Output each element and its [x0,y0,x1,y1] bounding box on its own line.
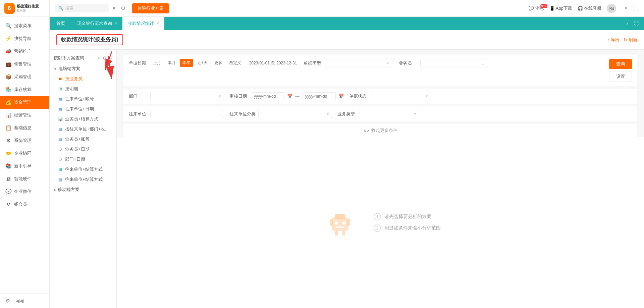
date-tab-more[interactable]: 更多 [212,59,225,67]
svg-rect-7 [335,231,338,236]
panel-add-button[interactable]: + [97,55,100,61]
biztype-select[interactable]: ▾ [359,110,419,118]
partner-settlement1-icon: ⊞ [58,167,63,172]
tree-node-dept-date[interactable]: ⏱ 部门+日期 [50,154,116,164]
panel-actions: + ⚙ « [97,55,112,61]
query-button[interactable]: 查询 [609,59,632,69]
page-actions: ↑ 导出 ↻ 刷新 [607,37,638,43]
topbar-dropdown[interactable]: ▾ [113,5,115,11]
docstatus-label: 单据状态 [349,93,368,99]
tree-node-salesperson-account[interactable]: ▦ 业务员+账号 [50,134,116,144]
expand-tab-icon[interactable]: ⛶ [634,21,639,26]
tab-close-receivable[interactable]: × [157,21,159,26]
doctype-label: 单据类型 [304,60,322,66]
window-close-icon[interactable]: × [624,5,628,12]
date-tab-thismonth[interactable]: 本月 [165,59,178,67]
tree-section-mobile[interactable]: ▶ 移动端方案 [50,185,116,195]
sidebar-item-quicknav[interactable]: ⚡ 快捷导航 [0,32,49,45]
sidebar-item-guide[interactable]: 📚 新手引导 [0,160,49,172]
panel-collapse-button[interactable]: « [110,55,112,61]
online-service-area[interactable]: 🎧 在线客服 [578,5,602,11]
date-tabs: 上月 本月 本年 近7天 更多 自定义 [150,59,244,67]
tree-node-partner-settlement2[interactable]: ▦ 往来单位+结算方式 [50,174,116,185]
empty-step-1: 1 请先选择要分析的方案 [374,213,441,220]
review-date-from-input[interactable] [251,92,284,100]
tree-node-partner-date[interactable]: ▦ 往来单位+日期 [50,104,116,114]
hardware-icon: 🖥 [5,176,11,182]
date-tab-7days[interactable]: 近7天 [195,59,210,67]
sidebar-item-basic[interactable]: 📋 基础信息 [0,121,49,134]
set-button[interactable]: 设置 [609,71,632,82]
page-title-box: 收款情况统计(按业务员) [56,34,123,45]
topbar-search[interactable]: 🔍 搜索 [55,4,109,12]
message-icon: 💬 [529,6,534,11]
topbar-gear-icon[interactable]: ⚙ [121,5,125,11]
partner-select[interactable]: … [150,110,224,118]
sidebar-item-hardware[interactable]: 🖥 智能硬件 [0,172,49,185]
sidebar-item-vip[interactable]: V 畅会员 [0,198,49,211]
partner-settlement2-icon: ▦ [58,177,63,182]
sidebar-item-system[interactable]: ⚙ 系统管理 [0,134,49,147]
logo-text: 畅捷通好生意 标准版 [17,4,39,13]
topbar-right: 💬 消息 99+ 📱 App下载 🎧 在线客服 Rit × ⛶ [529,4,639,13]
panel-gear-button[interactable]: ⚙ [103,55,107,61]
export-button[interactable]: ↑ 导出 [607,37,620,43]
panel-title: 按以下方案查询 [54,55,84,61]
filter-dept-item: 部门 ▾ [129,92,224,100]
refresh-button[interactable]: ↻ 刷新 [624,37,637,43]
trial-btn[interactable]: 体验行业方案 [132,3,169,13]
filter-row-1: 单据日期 上月 本月 本年 近7天 更多 自定义 2023-01-01 [123,55,637,86]
date-range: 2023-01-01 至 2023-12-31 [249,60,297,66]
user-avatar[interactable]: Rit [607,4,616,13]
export-icon: ↑ [607,37,610,42]
notification-area[interactable]: 💬 消息 99+ [529,5,544,11]
sidebar-item-collab[interactable]: 🤝 企业协同 [0,147,49,160]
filter-partner-item: 往来单位 … [129,110,224,118]
collapse-sidebar-icon[interactable]: ◀◀ [15,298,23,304]
step-num-2: 2 [374,224,381,232]
tree-node-partner-dept[interactable]: ▦ 按往来单位+部门+收... [50,124,116,134]
tree-node-salesperson-settlement[interactable]: 📊 业务员+结算方式 [50,114,116,124]
tab-bank-statement[interactable]: 现金银行流水查询 × [72,17,122,30]
tree-node-salesperson[interactable]: ⏺ 按业务员 [50,74,116,84]
page-title: 收款情况统计(按业务员) [61,36,118,43]
collapse-bar[interactable]: ∧∧ 收起更多条件 [123,124,637,137]
tree-node-partner-account[interactable]: ▦ 往来单位+账号 [50,94,116,104]
date-tab-thisyear[interactable]: 本年 [180,59,193,67]
svg-rect-0 [332,217,348,231]
tab-close-bank[interactable]: × [115,21,117,26]
empty-robot-illustration [320,202,360,243]
empty-step-2: 2 用过滤条件来缩小分析范围 [374,224,441,232]
sidebar-item-inventory[interactable]: 🏪 库存核算 [0,83,49,96]
sidebar-item-marketing[interactable]: 📣 营销推广 [0,45,49,58]
sidebar-item-operations[interactable]: 📊 经营管理 [0,109,49,121]
close-all-tabs-icon[interactable]: × [626,21,629,26]
tree-node-detail[interactable]: ⊞ 按明细 [50,84,116,94]
dept-chevron-icon: ▾ [219,94,221,99]
sidebar-item-wechat[interactable]: 💬 企业微信 [0,185,49,198]
review-date-to-input[interactable] [302,92,336,100]
sp-account-icon: ▦ [58,137,63,142]
biztype-chevron-icon: ▾ [414,111,416,116]
dept-select[interactable]: ▾ [150,92,224,100]
filter-review-date-item: 审核日期 📅 — 📅 [229,92,344,100]
inventory-icon: 🏪 [5,87,11,93]
sidebar-item-search[interactable]: 🔍 搜索菜单 [0,19,49,32]
sidebar-item-purchase[interactable]: 📦 采购管理 [0,70,49,83]
salesperson-select[interactable]: … [420,59,487,67]
tree-node-partner-settlement1[interactable]: ⊞ 往来单位+结算方式 [50,164,116,174]
docstatus-select[interactable]: ▾ [371,92,431,100]
settings-bottom-icon[interactable]: ⚙ [5,298,10,304]
tab-receivable-stats[interactable]: 收款情况统计 × [122,17,164,30]
partner-class-select[interactable]: ▾ [258,110,332,118]
sidebar-item-finance[interactable]: 💰 资金管理 [0,96,49,109]
tree-section-desktop[interactable]: ▼ 电脑端方案 [50,64,116,74]
doctype-select[interactable]: ▾ [325,59,392,67]
app-download-area[interactable]: 📱 App下载 [549,5,572,11]
tree-node-salesperson-date[interactable]: ⏱ 业务员+日期 [50,144,116,154]
date-tab-lastmonth[interactable]: 上月 [150,59,164,67]
sidebar-item-sales[interactable]: 💼 销售管理 [0,58,49,70]
tab-home[interactable]: 首页 [50,17,72,30]
window-expand-icon[interactable]: ⛶ [633,5,639,11]
date-tab-custom[interactable]: 自定义 [226,59,244,67]
